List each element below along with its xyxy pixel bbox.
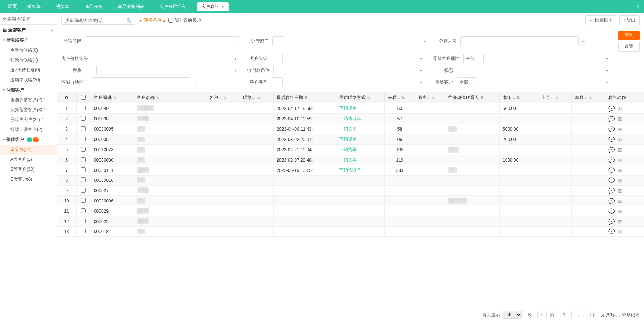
region-dots-btn[interactable]: ···	[192, 80, 198, 85]
sidebar-group-pending[interactable]: ▾ 待联络客户	[0, 35, 57, 45]
search-icon[interactable]: 🔍	[126, 18, 132, 23]
sidebar-item-declining[interactable]: 持续下滑客户(2) ?	[0, 125, 57, 135]
page-next-btn[interactable]: >	[575, 311, 584, 318]
refresh-icon[interactable]	[27, 137, 32, 142]
more-icon[interactable]: ⊞	[617, 167, 622, 173]
last-way-link[interactable]: 下销售订单	[339, 167, 361, 173]
sort-company-icon[interactable]: ⇅	[481, 96, 483, 100]
sidebar-item-class-c[interactable]: C类客户(6)	[0, 174, 57, 184]
more-icon[interactable]: ⊞	[617, 177, 622, 183]
th-last-date[interactable]: 最后联络日期⇅	[274, 92, 336, 103]
sort-date-icon[interactable]: ⇅	[305, 96, 307, 100]
message-icon[interactable]: 💬	[608, 219, 615, 225]
sort-code-icon[interactable]: ⇅	[113, 96, 116, 100]
nav-tab-customer-contact[interactable]: 客户联络 ×	[197, 2, 229, 11]
nav-tab-product-list[interactable]: 商品分析列表 ×	[113, 2, 154, 11]
more-icon[interactable]: ⊞	[617, 219, 622, 225]
status-select[interactable]	[457, 66, 468, 75]
close-sales-tab[interactable]: ×	[43, 5, 46, 9]
message-icon[interactable]: 💬	[608, 177, 615, 183]
sort-overdue-icon[interactable]: ⇅	[432, 96, 435, 100]
more-icon[interactable]: ⊞	[617, 116, 622, 122]
close-product-analysis-tab[interactable]: ×	[105, 5, 108, 9]
sidebar-item-class-b[interactable]: B类客户(33)	[0, 165, 57, 174]
th-name[interactable]: 客户名称⇅	[134, 92, 206, 103]
message-icon[interactable]: 💬	[608, 126, 615, 132]
sidebar-item-ungroup[interactable]: 未分组(32)	[0, 145, 57, 155]
more-icon[interactable]: ⊞	[617, 106, 622, 112]
row-checkbox[interactable]	[81, 177, 86, 182]
message-icon[interactable]: 💬	[608, 137, 615, 142]
close-product-list-tab[interactable]: ×	[147, 5, 149, 9]
more-icon[interactable]: ⊞	[617, 126, 622, 132]
nav-tab-sales[interactable]: 销售单 ×	[23, 2, 50, 11]
gear-icon[interactable]: ⚙	[64, 95, 68, 100]
sidebar-item-7days[interactable]: 近7天待联络(0)	[0, 65, 57, 75]
select-all-checkbox[interactable]	[81, 95, 86, 100]
sort-contact-icon[interactable]: ⇅	[257, 96, 260, 100]
search-input[interactable]	[65, 18, 125, 23]
sidebar-all-customers[interactable]: ⊞ 全部客户 «	[0, 25, 57, 35]
th-overdue[interactable]: 逾期...⇅	[415, 92, 445, 103]
sidebar-group-problem[interactable]: ▾ 问题客户	[0, 85, 57, 95]
nav-tab-product-analysis[interactable]: 商品分析 ×	[80, 2, 112, 11]
nav-tab-customer-layer[interactable]: 客户分层经客 ×	[155, 2, 196, 11]
sort-way-icon[interactable]: ⇅	[367, 96, 370, 100]
sort-cat-icon[interactable]: ⇅	[223, 96, 226, 100]
phone-input[interactable]	[85, 36, 240, 46]
row-checkbox[interactable]	[81, 198, 86, 203]
nature-select[interactable]	[85, 66, 97, 75]
sidebar-collapse-btn[interactable]: «	[51, 27, 54, 33]
nav-home[interactable]: 首页	[3, 2, 21, 11]
sidebar-item-lost[interactable]: 已流失客户(24) ?	[0, 115, 57, 125]
th-contact[interactable]: 联络...⇅	[240, 92, 273, 103]
message-icon[interactable]: 💬	[608, 116, 615, 122]
region-input[interactable]	[92, 77, 190, 87]
row-checkbox[interactable]	[81, 229, 86, 233]
sidebar-group-value[interactable]: ▾ 价值客户 F	[0, 135, 57, 145]
sort-lmonth-icon[interactable]: ⇅	[555, 96, 558, 100]
last-way-link[interactable]: 下销售订单	[339, 116, 361, 121]
page-prev-btn[interactable]: <	[537, 311, 546, 318]
retail-attr-select[interactable]: 全部	[463, 54, 484, 63]
last-way-link[interactable]: 下销货单	[339, 106, 357, 111]
manager-dots-btn[interactable]: ···	[580, 39, 587, 44]
row-checkbox[interactable]	[81, 167, 86, 172]
message-icon[interactable]: 💬	[608, 157, 615, 163]
row-checkbox[interactable]	[81, 219, 86, 223]
nav-tab-purchase[interactable]: 进货单 ×	[52, 2, 79, 11]
customer-type-select[interactable]	[271, 77, 283, 87]
page-first-btn[interactable]: K	[525, 311, 534, 318]
row-checkbox[interactable]	[81, 126, 86, 131]
page-last-btn[interactable]: >|	[587, 311, 597, 318]
sidebar-item-abnormal[interactable]: 囤购异常客户(2) ?	[0, 95, 57, 105]
close-purchase-tab[interactable]: ×	[72, 5, 74, 9]
last-way-link[interactable]: 下销货单	[339, 126, 357, 131]
th-not-contact[interactable]: 未联...⇅	[384, 92, 415, 103]
query-btn[interactable]: 查询	[618, 31, 640, 40]
customer-level-select[interactable]	[271, 54, 283, 63]
retail-select[interactable]: 全部	[457, 77, 477, 87]
th-last-way[interactable]: 最后联络方式⇅	[336, 92, 384, 103]
more-icon[interactable]: ⊞	[617, 229, 622, 234]
sidebar-item-tomorrow[interactable]: 明天待联络(1)	[0, 55, 57, 65]
sort-name-icon[interactable]: ⇅	[156, 96, 159, 100]
sidebar-item-churn-warning[interactable]: 流失预警客户(3) ?	[0, 105, 57, 115]
filter-more-btn[interactable]: ▼ 更多条件 ▴	[138, 17, 165, 24]
sort-year-icon[interactable]: ⇅	[517, 96, 520, 100]
dept-select[interactable]	[272, 36, 284, 46]
message-icon[interactable]: 💬	[608, 229, 615, 234]
th-category[interactable]: 客户...⇅	[206, 92, 240, 103]
row-checkbox[interactable]	[81, 137, 86, 141]
more-icon[interactable]: ⊞	[617, 147, 622, 153]
window-close-btn[interactable]: ×	[635, 2, 641, 11]
sidebar-item-class-a[interactable]: A类客户(1)	[0, 155, 57, 165]
message-icon[interactable]: 💬	[608, 106, 615, 112]
sidebar-item-overdue[interactable]: 逾期未联络(30)	[0, 75, 57, 85]
message-icon[interactable]: 💬	[608, 198, 615, 204]
page-size-select[interactable]: 50 20 100	[503, 311, 522, 319]
th-this-year[interactable]: 本年...⇅	[500, 92, 538, 103]
last-way-link[interactable]: 下销货单	[339, 157, 357, 162]
message-icon[interactable]: 💬	[608, 147, 615, 153]
reset-btn[interactable]: 设置	[618, 42, 640, 52]
